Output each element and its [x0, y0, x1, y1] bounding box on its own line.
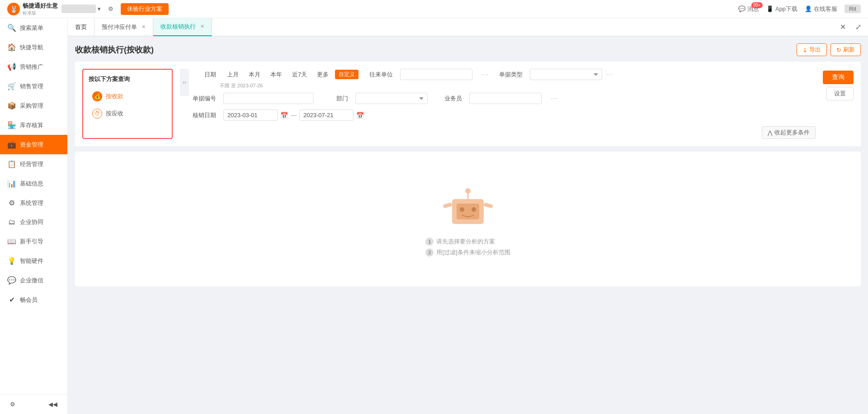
export-label: 导出 [809, 46, 821, 54]
sidebar-item-finance[interactable]: 💼 资金管理 [0, 135, 67, 154]
date-prev-month[interactable]: 上月 [223, 69, 242, 80]
chevron-down-icon: ▾ [98, 5, 101, 12]
sidebar-label: 销售管理 [20, 82, 43, 90]
operation-icon: 📋 [7, 160, 16, 168]
page-title: 收款核销执行(按收款) [75, 44, 154, 55]
sidebar-label: 采购管理 [20, 102, 43, 110]
sidebar-label: 快捷导航 [20, 43, 43, 52]
service-button[interactable]: 👤 在线客服 [805, 5, 837, 13]
main-layout: 🔍 搜索菜单 🏠 快捷导航 📢 营销推广 🛒 销售管理 📦 采购管理 🏪 库存核… [0, 18, 868, 414]
date-range-sep: — [291, 112, 297, 119]
date-custom-tag[interactable]: 自定义 [335, 70, 359, 79]
doc-type-more-icon[interactable]: ··· [606, 70, 613, 79]
sidebar: 🔍 搜索菜单 🏠 快捷导航 📢 营销推广 🛒 销售管理 📦 采购管理 🏪 库存核… [0, 18, 68, 414]
hint-text-2: 用[过滤]条件来缩小分析范围 [436, 248, 510, 257]
staff-input[interactable] [469, 93, 542, 104]
date-this-month[interactable]: 本月 [245, 69, 264, 80]
sidebar-item-inventory[interactable]: 🏪 库存核算 [0, 115, 67, 135]
date-last-7[interactable]: 近7天 [288, 69, 311, 80]
refresh-icon: ↻ [836, 47, 841, 53]
sidebar-item-search-menu[interactable]: 🔍 搜索菜单 [0, 18, 67, 38]
tab-prepay-close[interactable]: ✕ [142, 24, 146, 30]
tab-home[interactable]: 首页 [68, 18, 94, 36]
sidebar-settings-button[interactable]: ⚙ [7, 398, 18, 410]
filter-panel-title: 按以下方案查询 [89, 75, 166, 83]
sidebar-item-smart-hw[interactable]: 💡 智能硬件 [0, 251, 67, 271]
tab-close-all-button[interactable]: ✕ [836, 21, 849, 33]
verify-date-group: 📅 — 📅 [223, 109, 364, 121]
verify-date-start[interactable] [223, 109, 278, 121]
sidebar-item-member[interactable]: ✔ 畅会员 [0, 290, 67, 309]
tab-collection[interactable]: 收款核销执行 ✕ [153, 18, 212, 36]
date-filter-group: 上月 本月 本年 近7天 更多 自定义 [223, 69, 359, 80]
staff-more-icon[interactable]: ··· [551, 94, 557, 103]
app-download-button[interactable]: 📱 App下载 [766, 5, 797, 13]
refresh-button[interactable]: ↻ 刷新 [830, 43, 861, 56]
date-this-year[interactable]: 本年 [267, 69, 286, 80]
doc-type-select[interactable] [530, 69, 602, 80]
sidebar-bottom: ⚙ ◀◀ [0, 394, 67, 414]
date-more[interactable]: 更多 [313, 69, 332, 80]
filter-right: 日期 上月 本月 本年 近7天 更多 自定义 往来单位 [189, 69, 854, 139]
sidebar-item-wechat[interactable]: 💬 企业微信 [0, 271, 67, 290]
collapse-more-button[interactable]: ⋀ 收起更多条件 [762, 126, 816, 139]
filter-option-by-collection[interactable]: 💰 按收款 [89, 89, 166, 104]
verify-date-end[interactable] [299, 109, 354, 121]
export-icon: ⤓ [802, 47, 807, 53]
doc-no-input[interactable] [223, 93, 314, 104]
sidebar-label: 资金管理 [20, 141, 43, 149]
sidebar-item-operation[interactable]: 📋 经营管理 [0, 154, 67, 174]
receivable-option-label: 按应收 [106, 109, 123, 118]
calendar-start-icon[interactable]: 📅 [280, 112, 288, 119]
page-header: 收款核销执行(按收款) ⤓ 导出 ↻ 刷新 [75, 43, 861, 56]
service-icon: 👤 [805, 5, 812, 12]
sidebar-item-sales[interactable]: 🛒 销售管理 [0, 76, 67, 96]
marketing-icon: 📢 [7, 62, 16, 71]
filter-actions: 查询 设置 [823, 69, 854, 100]
dept-label: 部门 [321, 95, 348, 103]
enterprise-icon: 🗂 [7, 218, 16, 226]
setting-button[interactable]: 设置 [826, 87, 854, 100]
logo: 🐰 畅捷通好生意 标准版 [7, 2, 58, 16]
sidebar-collapse-button[interactable]: ◀◀ [46, 398, 60, 410]
calendar-end-icon[interactable]: 📅 [356, 112, 364, 119]
tab-prepay[interactable]: 预付冲应付单 ✕ [94, 18, 153, 36]
counterpart-input[interactable] [400, 69, 472, 80]
counterpart-more-icon[interactable]: ··· [481, 70, 488, 79]
sidebar-item-basic-info[interactable]: 📊 基础信息 [0, 174, 67, 193]
date-label: 日期 [189, 71, 216, 79]
collapse-more-row: ⋀ 收起更多条件 [189, 126, 816, 139]
export-button[interactable]: ⤓ 导出 [797, 43, 827, 56]
workspace-dropdown[interactable]: ▾ [61, 5, 101, 13]
sidebar-item-marketing[interactable]: 📢 营销推广 [0, 57, 67, 76]
tab-expand-button[interactable]: ⤢ [852, 21, 864, 33]
sidebar-item-guide[interactable]: 📖 新手引导 [0, 232, 67, 251]
solution-button[interactable]: 休验行业方案 [121, 3, 169, 15]
user-avatar[interactable]: Rit [844, 5, 861, 13]
message-button[interactable]: 💬 消息 99+ [738, 5, 759, 13]
smart-hw-icon: 💡 [7, 257, 16, 265]
query-button[interactable]: 查询 [823, 71, 854, 84]
doc-type-label: 单据类型 [495, 71, 523, 79]
collapse-icon: ◀◀ [48, 401, 57, 408]
receivable-option-icon: ⏱ [92, 109, 102, 119]
tab-collection-close[interactable]: ✕ [200, 24, 204, 29]
sidebar-item-purchase[interactable]: 📦 采购管理 [0, 96, 67, 115]
sidebar-item-quick-nav[interactable]: 🏠 快捷导航 [0, 38, 67, 57]
filter-panel: 按以下方案查询 💰 按收款 ⏱ 按应收 [82, 69, 173, 139]
service-label: 在线客服 [814, 5, 837, 13]
topbar-right: 💬 消息 99+ 📱 App下载 👤 在线客服 Rit [738, 5, 861, 13]
sales-icon: 🛒 [7, 82, 16, 90]
dept-select[interactable] [355, 93, 428, 104]
panel-collapse-button[interactable]: ‹‹ [180, 69, 189, 96]
gear-icon[interactable]: ⚙ [104, 3, 117, 15]
svg-rect-7 [483, 203, 493, 209]
logo-icon: 🐰 [7, 3, 20, 15]
sidebar-item-enterprise[interactable]: 🗂 企业协同 [0, 213, 67, 232]
sidebar-label: 畅会员 [20, 296, 38, 304]
system-icon: ⚙ [7, 199, 16, 207]
hint-num-1: 1 [425, 238, 434, 246]
filter-option-by-receivable[interactable]: ⏱ 按应收 [89, 106, 166, 121]
sidebar-item-system[interactable]: ⚙ 系统管理 [0, 193, 67, 213]
brand-sub: 标准版 [23, 10, 58, 16]
